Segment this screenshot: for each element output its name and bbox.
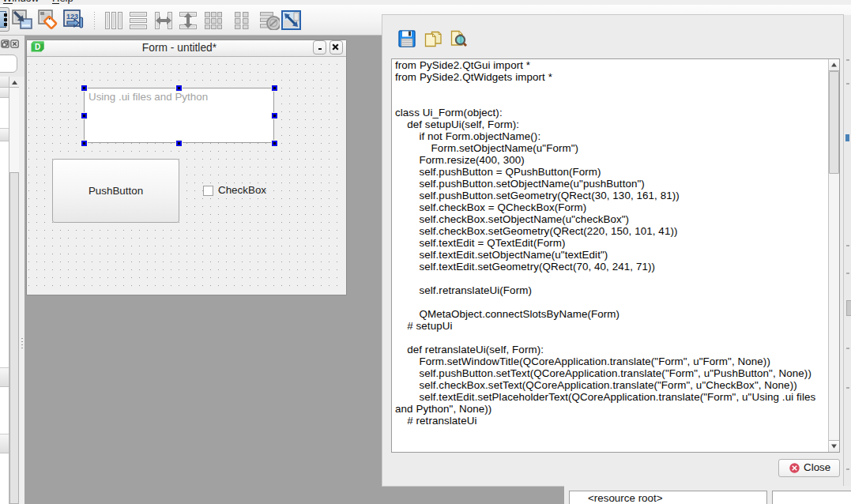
svg-text:123: 123 bbox=[66, 13, 78, 21]
